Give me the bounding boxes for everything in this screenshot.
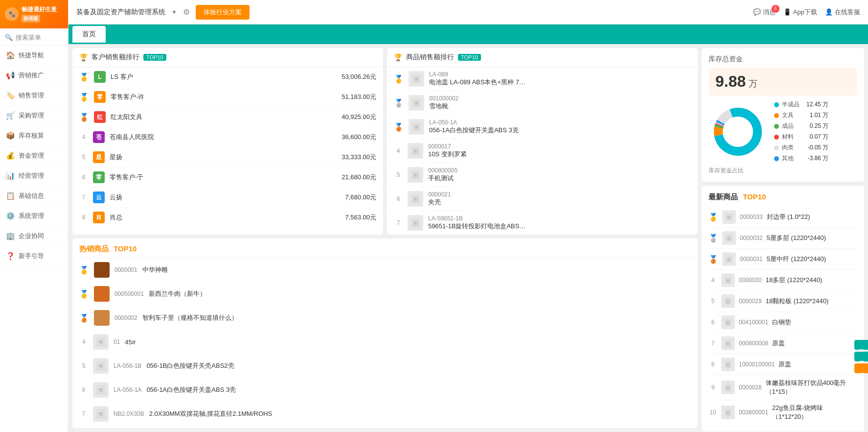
client-ranking-list: 🥇 L LS 客户 53,006.26元 🥇 零 零售客户-许 51,183.0… [72,67,383,227]
product-info: 000800005 手机测试 [428,167,691,183]
sidebar-item-enterprise[interactable]: 🏢 企业协同 [0,226,68,246]
legend-value: 0.07 万 [810,133,829,141]
hot-product-item: 5 图 LA-056-1B 056-1B白色按键开关壳ABS2壳 [72,354,698,378]
legend-value: 1.01 万 [810,111,829,120]
hot-product-code: LA-056-1A [114,386,141,393]
product-code: LA-056-1A [429,119,691,126]
new-product-item: 🥇 图 0000033 封边带 (1.0*22) [708,207,857,228]
np-name: 封边带 (1.0*22) [767,213,857,221]
client-item: 6 零 零售客户-于 21,680.00元 [72,168,383,188]
hot-product-img [94,262,110,278]
product-info: 001000002 雪地靴 [429,95,691,111]
sidebar-item-base-info[interactable]: 📋 基础信息 [0,186,68,206]
quick-nav-label: 快捷导航 [19,51,44,60]
client-name: 零售客户-于 [110,173,337,182]
main-area: 装备及固定资产辅助管理系统 ▼ ⚙ 体验行业方案 💬 消息 6 📱 App下载 … [69,0,868,432]
legend-dot [774,145,779,150]
svg-text:图: 图 [726,411,730,415]
float-live-btn[interactable]: 直播 [854,363,868,373]
trial-button[interactable]: 体验行业方案 [196,5,250,20]
client-avatar: 零 [93,171,105,183]
sidebar-item-sales[interactable]: 🏷️ 销售管理 [0,86,68,106]
home-icon: 🏠 [6,51,15,60]
dropdown-icon[interactable]: ▼ [171,9,177,16]
app-download-button[interactable]: 📱 App下载 [783,8,817,17]
product-code: 001000002 [429,95,691,102]
float-community-btn[interactable]: 服务社区 [854,352,868,361]
hot-product-img: 图 [93,406,109,422]
search-icon: 🔍 [5,34,13,41]
np-img: 图 [721,381,735,394]
sidebar-item-marketing[interactable]: 📢 营销推广 [0,66,68,86]
hot-product-item: 🥇 0000001 中华神雕 [72,258,698,282]
sidebar-item-system[interactable]: ⚙️ 系统管理 [0,206,68,226]
float-service-btn[interactable]: 客服热线 [854,340,868,350]
donut-chart-container: 半成品 12.45 万 文具 1.01 万 成品 0.25 万 材料 0.07 … [708,100,857,163]
sidebar-header: 🐾 畅捷通好生意 标准版 [0,0,68,28]
np-code: 0000028 [739,384,762,391]
new-product-item: 🥈 图 0000032 5厘多层 (1220*2440) [708,228,857,249]
messages-button[interactable]: 💬 消息 6 [753,8,776,17]
client-item: 5 星 星扬 33,333.00元 [72,147,383,168]
svg-text:图: 图 [99,388,103,393]
hot-product-name: 056-1A白色按键开关盖ABS 3壳 [146,385,236,394]
search-menu-label: 搜索菜单 [16,33,41,42]
sidebar-item-quick-nav[interactable]: 🏠 快捷导航 [0,46,68,66]
system-title: 装备及固定资产辅助管理系统 [76,8,165,17]
svg-text:图: 图 [413,173,418,178]
client-avatar: 云 [93,192,105,203]
hot-product-code: 0000002 [114,314,137,321]
client-ranking-badge: TOP10 [143,54,166,61]
new-product-item: 8 图 10000100001 原盖 [708,354,857,375]
client-name: 红太阳文具 [111,113,337,121]
phone-icon: 📱 [783,8,791,16]
client-item: 8 肖 肖总 7,563.00元 [72,208,383,227]
guide-icon: ❓ [6,252,15,261]
np-img: 图 [721,294,735,308]
sidebar-item-finance[interactable]: 💰 资金管理 [0,146,68,166]
product-img: 图 [408,167,423,183]
ranking-section: 🏆 客户销售额排行 TOP10 🥇 L LS 客户 53,006.26元 🥇 零… [72,48,698,235]
new-product-item: 9 图 0000028 体嫩荔枝味苏打饮品400毫升（1*15） [708,375,857,400]
product-ranking-list: 🥇 图 LA-089 电池盖 LA-089 ABS本色+黑种 7.1克 🥈 图 … [387,67,698,235]
np-code: 0000032 [740,235,763,241]
operations-icon: 📊 [6,171,15,180]
client-name: 苍南县人民医院 [110,133,337,142]
client-item: 🥇 L LS 客户 53,006.26元 [72,67,383,87]
tab-home[interactable]: 首页 [72,26,106,43]
np-img: 图 [721,315,735,329]
svg-text:图: 图 [726,321,730,325]
legend-item: 其他 -3.86 万 [774,154,828,163]
client-amount: 51,183.00元 [342,93,376,101]
client-amount: 7,563.00元 [345,213,376,222]
inventory-card: 库存总资金 9.88 万 [702,48,864,182]
new-product-item: 6 图 004100001 白钢垫 [708,312,857,333]
sidebar-item-purchase[interactable]: 🛒 采购管理 [0,106,68,126]
hot-product-img: 图 [93,382,109,398]
online-service-button[interactable]: 👤 在线客服 [825,8,860,17]
product-img: 图 [408,215,423,231]
product-name: 电池盖 LA-089 ABS本色+黑种 7.1克 [429,78,527,87]
logo-icon: 🐾 [5,7,19,21]
client-avatar: 苍 [93,131,105,143]
operations-label: 经营管理 [19,171,44,180]
inventory-amount: 9.88 [715,72,746,91]
sidebar-item-inventory[interactable]: 📦 库存核算 [0,126,68,146]
sidebar-item-guide[interactable]: ❓ 新手引导 [0,246,68,266]
sidebar-item-operations[interactable]: 📊 经营管理 [0,166,68,186]
hot-product-name: 45# [125,338,136,346]
svg-text:图: 图 [414,125,419,130]
hot-product-img: 图 [93,334,109,350]
enterprise-label: 企业协同 [19,232,44,240]
new-products-header: 最新商品 TOP10 [708,192,857,202]
np-img: 图 [721,273,735,287]
product-code: LA-59651-1B [428,215,691,222]
product-img: 图 [409,119,424,135]
system-icon: ⚙️ [6,212,15,220]
inventory-icon: 📦 [6,131,15,140]
svg-text:图: 图 [414,77,419,82]
search-menu-item[interactable]: 🔍 搜索菜单 [0,28,68,46]
hot-product-name: 新西兰牛肉（新牛） [149,289,206,298]
new-product-item: 4 图 0000030 18多层 (1220*2440) [708,270,857,291]
settings-icon[interactable]: ⚙ [183,7,190,17]
